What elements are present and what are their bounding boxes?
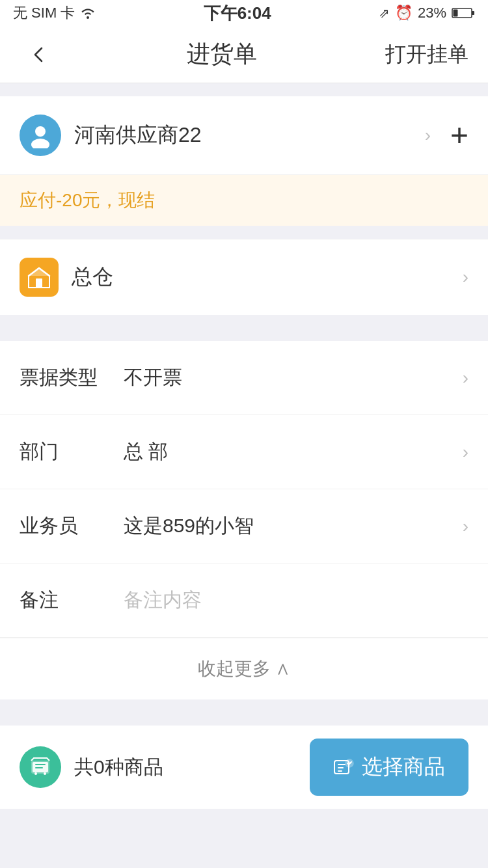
svg-rect-8 [35, 764, 46, 765]
salesperson-label: 业务员 [20, 513, 111, 539]
svg-point-4 [31, 139, 49, 148]
location-icon: ⇗ [379, 5, 390, 21]
warehouse-section: 总仓 › [0, 239, 488, 315]
battery-text: 23% [418, 5, 446, 21]
warehouse-arrow-icon: › [463, 267, 468, 288]
status-time: 下午6:04 [204, 2, 271, 25]
supplier-row[interactable]: 河南供应商22 › + [0, 96, 488, 175]
remark-row[interactable]: 备注 备注内容 [0, 563, 488, 638]
invoice-type-value: 不开票 [111, 364, 463, 391]
svg-point-11 [44, 772, 46, 775]
status-left: 无 SIM 卡 [13, 3, 96, 23]
section-divider-3 [0, 315, 488, 328]
remark-label: 备注 [20, 587, 111, 614]
invoice-type-label: 票据类型 [20, 364, 111, 391]
add-supplier-button[interactable]: + [450, 120, 468, 151]
collapse-label: 收起更多 ∧ [198, 657, 291, 681]
battery-icon [452, 7, 475, 20]
cart-icon [29, 755, 52, 779]
supplier-name: 河南供应商22 [74, 121, 425, 150]
remark-value[interactable]: 备注内容 [111, 587, 468, 614]
page-background [0, 809, 488, 868]
status-right: ⇗ ⏰ 23% [379, 5, 475, 21]
supplier-section: 河南供应商22 › + 应付-20元，现结 [0, 96, 488, 226]
bottom-bar: 共0种商品 选择商品 [0, 726, 488, 809]
back-button[interactable] [20, 35, 59, 74]
svg-point-3 [35, 126, 46, 137]
salesperson-arrow: › [463, 516, 468, 537]
salesperson-value: 这是859的小智 [111, 513, 463, 539]
department-row[interactable]: 部门 总 部 › [0, 415, 488, 489]
warehouse-icon [20, 258, 59, 297]
svg-rect-9 [35, 767, 43, 768]
department-label: 部门 [20, 439, 111, 465]
department-arrow: › [463, 442, 468, 463]
svg-rect-5 [36, 278, 42, 288]
form-section: 票据类型 不开票 › 部门 总 部 › 业务员 这是859的小智 › 备注 备注… [0, 341, 488, 699]
warehouse-name: 总仓 [72, 263, 463, 292]
supplier-avatar [20, 115, 61, 156]
alarm-icon: ⏰ [395, 5, 413, 21]
carrier-text: 无 SIM 卡 [13, 3, 75, 23]
nav-bar: 进货单 打开挂单 [0, 26, 488, 83]
warehouse-row[interactable]: 总仓 › [0, 239, 488, 315]
back-icon [30, 46, 48, 64]
invoice-type-arrow: › [463, 368, 468, 388]
notice-bar: 应付-20元，现结 [0, 175, 488, 226]
avatar-icon [27, 122, 53, 148]
svg-rect-1 [472, 11, 474, 15]
product-count-icon [20, 746, 61, 788]
salesperson-row[interactable]: 业务员 这是859的小智 › [0, 489, 488, 563]
select-product-icon [333, 757, 354, 778]
section-divider-2 [0, 226, 488, 239]
product-count-text: 共0种商品 [74, 754, 310, 781]
collapse-row[interactable]: 收起更多 ∧ [0, 638, 488, 699]
page-title: 进货单 [187, 38, 257, 70]
supplier-arrow-icon: › [425, 125, 431, 146]
select-product-label: 选择商品 [362, 753, 445, 781]
department-value: 总 部 [111, 439, 463, 465]
invoice-type-row[interactable]: 票据类型 不开票 › [0, 341, 488, 415]
section-divider-1 [0, 83, 488, 96]
wifi-icon [80, 7, 96, 19]
status-bar: 无 SIM 卡 下午6:04 ⇗ ⏰ 23% [0, 0, 488, 26]
section-divider-4 [0, 699, 488, 712]
open-pending-button[interactable]: 打开挂单 [385, 40, 468, 69]
house-icon [27, 265, 51, 289]
select-product-button[interactable]: 选择商品 [310, 739, 468, 796]
svg-point-10 [34, 772, 37, 775]
svg-rect-2 [454, 10, 458, 17]
